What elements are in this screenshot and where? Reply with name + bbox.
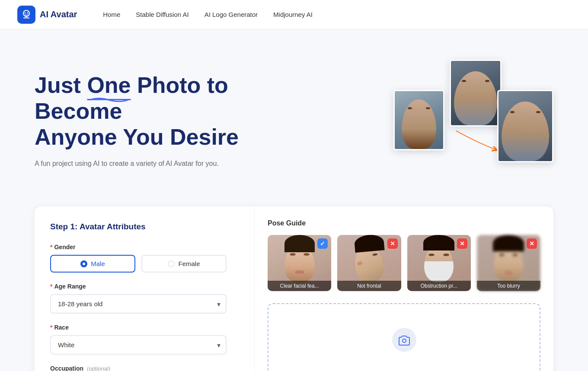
occupation-field-group: Occupation (optional) × ▲ ▼	[50, 365, 227, 371]
step-title: Step 1: Avatar Attributes	[50, 222, 227, 231]
navbar: AI Avatar Home Stable Diffusion AI AI Lo…	[0, 0, 588, 29]
race-select[interactable]: White Asian Black Hispanic Other	[50, 335, 227, 355]
pose-label-clear: Clear facial fea...	[268, 281, 331, 291]
age-field-group: * Age Range 18-28 years old 29-40 years …	[50, 283, 227, 314]
pose-item-blurry: ✕ Too blurry	[477, 235, 540, 291]
avatar-attributes-form: Step 1: Avatar Attributes * Gender Male …	[35, 206, 242, 371]
upload-area[interactable]	[268, 303, 540, 371]
svg-point-1	[25, 12, 26, 13]
pose-label-not-frontal: Not frontal	[337, 281, 401, 291]
hero-image-group	[389, 55, 553, 185]
gender-label: * Gender	[50, 244, 227, 251]
gender-female-radio-dot	[168, 260, 175, 267]
gender-required-star: *	[50, 244, 52, 251]
race-required-star: *	[50, 324, 52, 331]
pose-badge-clear: ✓	[317, 238, 328, 249]
pose-guide-panel: Pose Guide	[254, 206, 553, 371]
hero-headline: Just One Photo to Become Anyone You Desi…	[35, 73, 294, 150]
age-required-star: *	[50, 283, 52, 290]
underline-one: One	[87, 73, 131, 98]
gender-male-radio-dot	[80, 260, 87, 267]
nav-links: Home Stable Diffusion AI AI Logo Generat…	[103, 11, 313, 19]
logo-icon	[17, 6, 35, 24]
race-label: * Race	[50, 324, 227, 331]
gender-radio-group: Male Female	[50, 255, 227, 273]
hero-subtext: A fun project using AI to create a varie…	[35, 160, 233, 168]
age-select-wrapper: 18-28 years old 29-40 years old 41-55 ye…	[50, 294, 227, 314]
brand-name: AI Avatar	[40, 10, 77, 19]
race-field-group: * Race White Asian Black Hispanic Other …	[50, 324, 227, 355]
nav-logo-generator[interactable]: AI Logo Generator	[205, 11, 258, 18]
pose-label-blurry: Too blurry	[477, 281, 540, 291]
pose-badge-obstruction: ✕	[457, 238, 467, 249]
pose-item-clear: ✓ Clear facial fea...	[268, 235, 331, 291]
gender-male-option[interactable]: Male	[50, 255, 135, 273]
svg-rect-6	[392, 328, 416, 352]
hero-line2: Anyone You Desire	[35, 124, 239, 149]
nav-stable-diffusion[interactable]: Stable Diffusion AI	[136, 11, 189, 18]
pose-guide-title: Pose Guide	[268, 219, 540, 227]
nav-midjourney[interactable]: Midjourney AI	[273, 11, 313, 18]
pose-label-obstruction: Obstruction pr...	[407, 281, 471, 291]
hero-output-photo-1	[450, 60, 502, 127]
hero-input-photo	[393, 90, 444, 150]
race-select-wrapper: White Asian Black Hispanic Other ▾	[50, 335, 227, 355]
main-content: Step 1: Avatar Attributes * Gender Male …	[17, 206, 571, 371]
pose-badge-not-frontal: ✕	[387, 238, 398, 249]
hero-section: Just One Photo to Become Anyone You Desi…	[0, 29, 588, 206]
pose-item-obstruction: ✕ Obstruction pr...	[407, 235, 471, 291]
occupation-label: Occupation (optional)	[50, 365, 227, 371]
svg-point-2	[27, 12, 29, 13]
camera-icon	[392, 328, 416, 357]
nav-home[interactable]: Home	[103, 11, 120, 18]
age-select[interactable]: 18-28 years old 29-40 years old 41-55 ye…	[50, 294, 227, 314]
gender-female-option[interactable]: Female	[141, 255, 227, 273]
logo-link[interactable]: AI Avatar	[17, 6, 77, 24]
pose-item-not-frontal: ✕ Not frontal	[337, 235, 401, 291]
svg-rect-3	[26, 16, 27, 19]
pose-badge-blurry: ✕	[527, 238, 537, 249]
svg-rect-4	[23, 17, 26, 19]
hero-line1: Just One Photo to Become	[35, 73, 228, 124]
form-panel: Step 1: Avatar Attributes * Gender Male …	[35, 206, 553, 371]
age-label: * Age Range	[50, 283, 227, 290]
svg-rect-5	[27, 17, 29, 19]
hero-output-photo-2	[497, 90, 553, 162]
hero-text: Just One Photo to Become Anyone You Desi…	[35, 73, 294, 167]
pose-grid: ✓ Clear facial fea...	[268, 235, 540, 291]
gender-field-group: * Gender Male Female	[50, 244, 227, 273]
